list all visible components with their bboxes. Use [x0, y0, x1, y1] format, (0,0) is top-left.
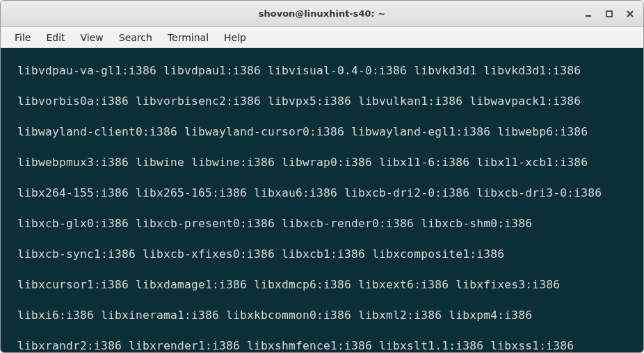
- minimize-icon: [585, 10, 592, 17]
- menu-view[interactable]: View: [74, 29, 111, 46]
- terminal-line: libwayland-client0:i386 libwayland-curso…: [3, 124, 641, 140]
- menu-terminal[interactable]: Terminal: [161, 29, 216, 46]
- menu-edit[interactable]: Edit: [39, 29, 72, 46]
- terminal-line: libxcb-glx0:i386 libxcb-present0:i386 li…: [3, 216, 641, 231]
- menu-file[interactable]: File: [8, 29, 38, 46]
- minimize-button[interactable]: [579, 5, 597, 23]
- terminal-line: libxcursor1:i386 libxdamage1:i386 libxdm…: [3, 277, 641, 293]
- menu-help[interactable]: Help: [217, 29, 253, 46]
- terminal-line: libxcb-sync1:i386 libxcb-xfixes0:i386 li…: [3, 247, 641, 262]
- close-icon: [627, 10, 634, 17]
- close-button[interactable]: [621, 5, 639, 23]
- terminal-line: libxrandr2:i386 libxrender1:i386 libxshm…: [3, 338, 641, 352]
- terminal-line: libvorbis0a:i386 libvorbisenc2:i386 libv…: [3, 94, 641, 109]
- terminal-line: libvdpau-va-gl1:i386 libvdpau1:i386 libv…: [3, 63, 641, 79]
- terminal-line: libxi6:i386 libxinerama1:i386 libxkbcomm…: [3, 308, 641, 323]
- window-title: shovon@linuxhint-s40: ~: [259, 8, 385, 19]
- maximize-icon: [606, 10, 613, 17]
- terminal-line: libx264-155:i386 libx265-165:i386 libxau…: [3, 186, 641, 201]
- maximize-button[interactable]: [600, 5, 618, 23]
- svg-rect-1: [606, 11, 612, 17]
- titlebar: shovon@linuxhint-s40: ~: [1, 1, 643, 27]
- terminal-output[interactable]: libvdpau-va-gl1:i386 libvdpau1:i386 libv…: [1, 48, 643, 352]
- menu-search[interactable]: Search: [112, 29, 159, 46]
- window-controls: [579, 5, 639, 23]
- menubar: File Edit View Search Terminal Help: [1, 27, 643, 48]
- terminal-line: libwebpmux3:i386 libwine libwine:i386 li…: [3, 155, 641, 170]
- svg-rect-0: [586, 15, 591, 17]
